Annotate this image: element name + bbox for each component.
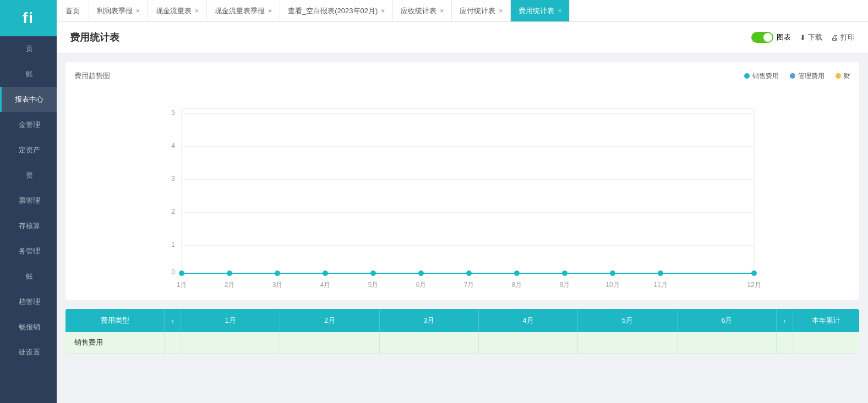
chart-toggle-wrap[interactable]: 图表 [751,32,791,43]
sidebar-item-investment[interactable]: 资 [0,163,57,188]
chart-toggle[interactable] [751,32,773,43]
td-month-1 [181,332,280,353]
sidebar-item-fund-mgmt[interactable]: 金管理 [0,112,57,137]
td-month-3 [380,332,479,353]
tab-home[interactable]: 首页 [57,0,89,22]
tab-cashflow[interactable]: 现金流量表 × [148,0,207,22]
svg-text:3月: 3月 [272,281,283,289]
sidebar: fi 页 账 报表中心 金管理 定资产 资 票管理 存核算 务管理 账 档管理 … [0,0,57,403]
sidebar-item-ledger[interactable]: 账 [0,264,57,289]
th-month-5: 5月 [578,309,677,332]
svg-text:12月: 12月 [747,281,761,289]
svg-point-18 [418,270,424,276]
print-button[interactable]: 🖨 打印 [831,32,855,42]
legend-sales: 销售费用 [744,71,779,81]
chart-legend: 销售费用 管理费用 财 [744,71,850,81]
svg-point-24 [751,270,757,276]
tab-close-expense[interactable]: × [558,7,561,15]
table-header: 费用类型 ‹ 1月 2月 3月 4月 5月 6月 › 本年累计 [65,309,859,332]
download-button[interactable]: ⬇ 下载 [800,32,822,42]
td-month-5 [578,332,677,353]
svg-text:2: 2 [171,208,175,216]
tab-close-cashflow[interactable]: × [195,7,199,15]
tab-profit-quarterly[interactable]: 利润表季报 × [89,0,148,22]
svg-text:4月: 4月 [320,281,331,289]
sidebar-item-report-center[interactable]: 报表中心 [0,87,57,112]
sidebar-item-service-mgmt[interactable]: 务管理 [0,239,57,264]
sidebar-item-invoice-mgmt[interactable]: 票管理 [0,188,57,213]
sidebar-item-inventory[interactable]: 存核算 [0,213,57,239]
tab-cashflow-quarterly[interactable]: 现金流量表季报 × [207,0,280,22]
td-spacer-right [777,332,793,353]
legend-dot-sales [744,73,750,79]
tab-blank-report[interactable]: 查看_空白报表(2023年02月) × [280,0,393,22]
print-icon: 🖨 [831,34,838,42]
svg-text:8月: 8月 [512,281,522,289]
td-month-2 [280,332,379,353]
th-month-2: 2月 [280,309,379,332]
th-month-1: 1月 [181,309,280,332]
th-month-4: 4月 [479,309,578,332]
svg-point-22 [610,270,615,276]
sidebar-item-basic-settings[interactable]: 础设置 [0,340,57,365]
sidebar-item-account[interactable]: 账 [0,62,57,87]
svg-point-21 [562,270,567,276]
legend-label-admin: 管理费用 [798,71,825,81]
chart-section: 费用趋势图 销售费用 管理费用 财 [65,62,859,300]
td-spacer-left [165,332,181,353]
td-total [793,332,859,353]
svg-text:6月: 6月 [416,281,427,289]
sidebar-item-home[interactable]: 页 [0,36,57,62]
app-logo: fi [0,0,57,36]
svg-text:4: 4 [171,142,175,150]
th-next-arrow[interactable]: › [777,309,793,332]
table-row: 销售费用 [65,332,859,354]
chart-title: 费用趋势图 [74,71,110,81]
svg-text:10月: 10月 [605,281,619,289]
legend-dot-admin [790,73,795,79]
chart-toggle-label: 图表 [777,32,791,42]
page-title: 费用统计表 [70,31,119,44]
svg-point-19 [466,270,472,276]
svg-text:5: 5 [171,109,175,117]
svg-point-16 [323,270,328,276]
tab-close-profit-quarterly[interactable]: × [136,7,140,15]
header-actions: 图表 ⬇ 下载 🖨 打印 [751,32,855,43]
sidebar-item-archive-mgmt[interactable]: 档管理 [0,289,57,314]
tab-expense[interactable]: 费用统计表 × [511,0,570,22]
sidebar-item-write-off[interactable]: 畅报销 [0,314,57,340]
legend-label-finance: 财 [844,71,850,81]
tab-close-receivable[interactable]: × [440,7,444,15]
legend-label-sales: 销售费用 [752,71,779,81]
svg-text:7月: 7月 [464,281,474,289]
svg-text:2月: 2月 [225,281,235,289]
svg-text:9月: 9月 [560,281,570,289]
legend-admin: 管理费用 [790,71,825,81]
th-prev-arrow[interactable]: ‹ [165,309,181,332]
svg-text:0: 0 [171,268,175,276]
svg-point-20 [514,270,520,276]
tab-bar: 首页 利润表季报 × 现金流量表 × 现金流量表季报 × 查看_空白报表(202… [57,0,868,22]
tab-payable[interactable]: 应付统计表 × [452,0,511,22]
chart-header: 费用趋势图 销售费用 管理费用 财 [74,71,850,81]
download-icon: ⬇ [800,34,806,42]
svg-text:1: 1 [171,241,175,249]
svg-rect-12 [182,108,754,273]
trend-chart: 5 4 3 2 1 0 [74,86,850,290]
table-section: 费用类型 ‹ 1月 2月 3月 4月 5月 6月 › 本年累计 销售费用 [65,309,859,354]
th-month-6: 6月 [678,309,777,332]
td-month-4 [479,332,578,353]
tab-close-cashflow-quarterly[interactable]: × [268,7,272,15]
th-month-3: 3月 [380,309,479,332]
svg-text:5月: 5月 [368,281,379,289]
svg-text:11月: 11月 [653,281,667,289]
main-area: 首页 利润表季报 × 现金流量表 × 现金流量表季报 × 查看_空白报表(202… [57,0,868,403]
tab-close-payable[interactable]: × [499,7,503,15]
td-month-6 [678,332,777,353]
tab-receivable[interactable]: 应收统计表 × [393,0,452,22]
svg-point-23 [658,270,663,276]
content-area: 费用统计表 图表 ⬇ 下载 🖨 打印 费用趋势图 [57,22,868,403]
td-type: 销售费用 [65,332,165,353]
sidebar-item-fixed-assets[interactable]: 定资产 [0,137,57,163]
tab-close-blank-report[interactable]: × [381,7,385,15]
